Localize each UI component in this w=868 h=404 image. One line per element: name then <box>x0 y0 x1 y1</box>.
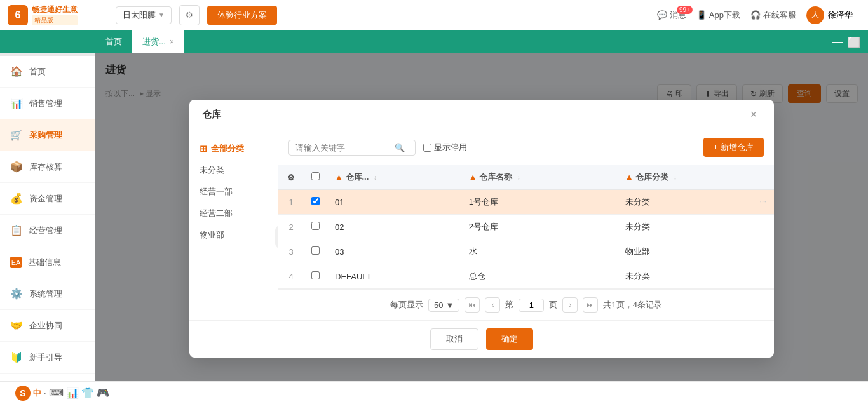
header-middle: 日太阳膜 ▼ ⚙ 体验行业方案 <box>103 5 657 25</box>
per-page-select[interactable]: 50 ▼ <box>428 299 459 312</box>
sidebar-item-system[interactable]: ⚙️ 系统管理 <box>0 278 95 310</box>
header-right: 💬 消息 99+ 📱 App下载 🎧 在线客服 人 徐泽华 <box>657 6 860 24</box>
inventory-icon: 📦 <box>10 161 23 173</box>
logo-area: 6 畅捷通好生意 精品版 <box>8 4 103 25</box>
sidebar-item-home[interactable]: 🏠 首页 <box>0 56 95 88</box>
shirt-icon[interactable]: 👕 <box>81 387 94 399</box>
grid-icon: ⊞ <box>200 144 207 154</box>
row-name: 2号仓库 <box>461 215 618 239</box>
row-checkbox[interactable] <box>311 246 320 255</box>
category-item-unclassified[interactable]: 未分类 <box>189 159 278 181</box>
row-category: 未分类 <box>618 264 774 289</box>
sidebar: 🏠 首页 📊 销售管理 🛒 采购管理 📦 库存核算 💰 资金管理 📋 经营管理 … <box>0 53 95 404</box>
table-toolbar: 🔍 显示停用 + 新增仓库 <box>278 130 774 165</box>
show-disabled-input[interactable] <box>423 144 431 152</box>
row-checkbox[interactable] <box>311 197 320 205</box>
finance-icon: 💰 <box>10 192 23 205</box>
sidebar-item-enterprise[interactable]: 🤝 企业协同 <box>0 310 95 342</box>
sort-icon3: ▲ <box>625 172 634 182</box>
category-item-operations1[interactable]: 经营一部 <box>189 181 278 203</box>
sidebar-item-inventory[interactable]: 📦 库存核算 <box>0 151 95 183</box>
category-item-property[interactable]: 物业部 <box>189 224 278 246</box>
app-download-button[interactable]: 📱 App下载 <box>696 10 740 21</box>
row-checkbox-cell <box>304 215 327 239</box>
table-body: 1 01 1号仓库 未分类··· 2 02 2号仓库 未分类 3 03 水 物业… <box>278 190 774 289</box>
message-button[interactable]: 💬 消息 99+ <box>657 10 686 21</box>
table-row[interactable]: 2 02 2号仓库 未分类 <box>278 215 774 239</box>
search-box: 🔍 <box>288 140 416 156</box>
warehouse-table: ⚙ ▲ 仓库... ↕ <box>278 165 774 289</box>
sort-icon: ▲ <box>335 172 343 182</box>
row-category: 物业部 <box>618 239 774 264</box>
sort-arrow-icon: ↕ <box>374 174 377 181</box>
col-settings: ⚙ <box>278 165 304 190</box>
sidebar-item-purchase[interactable]: 🛒 采购管理 <box>0 119 95 151</box>
sidebar-item-guide[interactable]: 🔰 新手引导 <box>0 342 95 374</box>
category-item-operations2[interactable]: 经营二部 <box>189 203 278 224</box>
page-number-input[interactable] <box>519 299 544 312</box>
sidebar-item-finance[interactable]: 💰 资金管理 <box>0 183 95 215</box>
trial-button[interactable]: 体验行业方案 <box>207 6 277 25</box>
row-checkbox-cell <box>304 239 327 264</box>
add-warehouse-button[interactable]: + 新增仓库 <box>703 138 764 157</box>
nav-tabs: 首页 进货... × — ⬜ <box>0 30 868 53</box>
last-page-button[interactable]: ⏭ <box>583 297 598 313</box>
row-more-button[interactable]: ··· <box>759 196 766 206</box>
prev-page-button[interactable]: ‹ <box>485 297 500 313</box>
table-row[interactable]: 1 01 1号仓库 未分类··· <box>278 190 774 215</box>
row-checkbox[interactable] <box>311 271 320 279</box>
per-page-chevron-icon: ▼ <box>446 300 454 310</box>
pagination: 每页显示 50 ▼ ⏮ ‹ 第 页 › ⏭ 共1页 <box>278 289 774 320</box>
show-disabled-checkbox[interactable]: 显示停用 <box>423 142 467 153</box>
category-collapse-button[interactable]: 《 <box>275 226 278 248</box>
row-checkbox-cell <box>304 264 327 289</box>
sidebar-item-operation[interactable]: 📋 经营管理 <box>0 215 95 246</box>
select-all-checkbox[interactable] <box>311 172 320 180</box>
category-sidebar: ⊞ 全部分类 未分类 经营一部 经营二部 物业部 <box>189 130 278 320</box>
notification-badge: 99+ <box>677 6 693 14</box>
home-icon: 🏠 <box>10 65 23 77</box>
logo-text: 畅捷通好生意 精品版 <box>32 4 78 25</box>
guide-icon: 🔰 <box>10 351 23 363</box>
row-checkbox[interactable] <box>311 222 320 230</box>
window-minimize-icon[interactable]: — <box>832 36 843 48</box>
search-input[interactable] <box>295 143 391 152</box>
purchase-icon: 🛒 <box>10 129 23 141</box>
row-name: 总仓 <box>461 264 618 289</box>
row-name: 1号仓库 <box>461 190 618 215</box>
sidebar-item-sales[interactable]: 📊 销售管理 <box>0 88 95 119</box>
chevron-down-icon: ▼ <box>158 11 165 18</box>
row-code: 01 <box>327 190 461 215</box>
table-row[interactable]: 3 03 水 物业部 <box>278 239 774 264</box>
username: 徐泽华 <box>828 10 853 21</box>
category-item-all[interactable]: ⊞ 全部分类 <box>189 138 278 159</box>
tab-close-icon[interactable]: × <box>170 37 174 46</box>
gamepad-icon[interactable]: 🎮 <box>97 387 109 399</box>
next-page-button[interactable]: › <box>562 297 578 313</box>
row-code: DEFAULT <box>327 264 461 289</box>
store-selector[interactable]: 日太阳膜 ▼ <box>116 6 172 24</box>
chart-icon[interactable]: 📊 <box>66 387 79 399</box>
sort-arrow2-icon: ↕ <box>517 174 520 181</box>
cancel-button[interactable]: 取消 <box>430 328 478 350</box>
tab-home[interactable]: 首页 <box>95 30 132 53</box>
modal-body: ⊞ 全部分类 未分类 经营一部 经营二部 物业部 <box>189 130 774 320</box>
customer-service-button[interactable]: 🎧 在线客服 <box>750 10 796 21</box>
modal-title: 仓库 <box>202 109 221 121</box>
window-maximize-icon[interactable]: ⬜ <box>848 36 860 48</box>
avatar: 人 <box>806 6 824 24</box>
headphone-icon: 🎧 <box>750 10 761 20</box>
modal-close-button[interactable]: × <box>746 107 761 123</box>
logo-icon: 6 <box>8 5 28 25</box>
keyboard-icon[interactable]: ⌨ <box>49 387 64 399</box>
gear-button[interactable]: ⚙ <box>179 5 200 25</box>
table-row[interactable]: 4 DEFAULT 总仓 未分类 <box>278 264 774 289</box>
confirm-button[interactable]: 确定 <box>486 328 533 350</box>
modal-backdrop: 仓库 × ⊞ 全部分类 未分类 经营一 <box>95 53 868 404</box>
user-area[interactable]: 人 徐泽华 <box>806 6 853 24</box>
warehouse-modal: 仓库 × ⊞ 全部分类 未分类 经营一 <box>189 100 774 358</box>
first-page-button[interactable]: ⏮ <box>465 297 480 313</box>
row-code: 03 <box>327 239 461 264</box>
sidebar-item-basic[interactable]: EA 基础信息 <box>0 246 95 278</box>
tab-purchase[interactable]: 进货... × <box>132 30 184 53</box>
